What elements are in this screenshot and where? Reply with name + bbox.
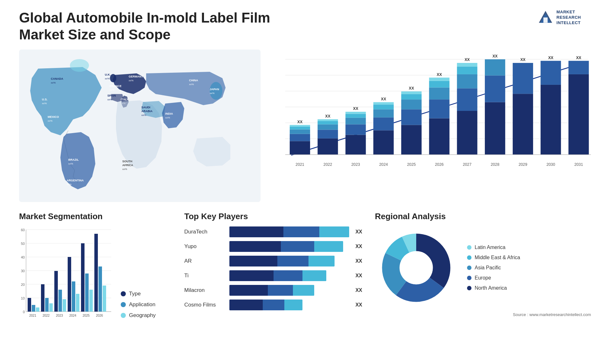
regional-legend-na: North America bbox=[467, 285, 520, 291]
player-row-cosmo: Cosmo Films XX bbox=[184, 300, 362, 310]
player-row-ti: Ti XX bbox=[184, 270, 362, 281]
svg-rect-66 bbox=[345, 111, 366, 114]
logo-text: MARKETRESEARCHINTELLECT bbox=[557, 10, 581, 26]
segmentation-chart-svg: 60 50 40 30 20 10 0 bbox=[19, 226, 114, 322]
svg-rect-98 bbox=[485, 75, 505, 102]
svg-rect-72 bbox=[373, 104, 394, 109]
svg-text:MEXICO: MEXICO bbox=[48, 115, 59, 118]
svg-text:2021: 2021 bbox=[295, 162, 304, 166]
svg-rect-51 bbox=[290, 127, 310, 129]
svg-text:40: 40 bbox=[21, 255, 25, 259]
player-val-yupo: XX bbox=[356, 244, 362, 249]
svg-text:2021: 2021 bbox=[29, 314, 37, 317]
svg-text:xx%: xx% bbox=[51, 81, 56, 84]
svg-rect-76 bbox=[401, 125, 422, 154]
svg-rect-80 bbox=[401, 91, 422, 94]
svg-rect-141 bbox=[63, 299, 66, 312]
player-bar-duratech bbox=[229, 226, 349, 237]
legend-dot-apac bbox=[467, 266, 471, 270]
svg-text:xx%: xx% bbox=[48, 119, 52, 122]
legend-item-application: Application bbox=[121, 301, 156, 308]
regional-legend: Latin America Middle East & Africa Asia … bbox=[467, 245, 520, 291]
seg-legend: Type Application Geography bbox=[121, 291, 156, 322]
svg-text:2028: 2028 bbox=[491, 162, 499, 166]
player-bar-ar bbox=[229, 256, 349, 266]
svg-rect-103 bbox=[513, 63, 533, 94]
svg-text:AFRICA: AFRICA bbox=[122, 164, 133, 167]
svg-text:10: 10 bbox=[21, 296, 25, 300]
svg-text:ARABIA: ARABIA bbox=[141, 110, 152, 113]
svg-rect-55 bbox=[318, 138, 338, 154]
svg-text:20: 20 bbox=[21, 283, 25, 286]
legend-dot-mea bbox=[467, 255, 471, 260]
svg-text:2031: 2031 bbox=[574, 162, 583, 166]
legend-dot-application bbox=[121, 302, 126, 307]
svg-rect-135 bbox=[41, 284, 44, 312]
svg-rect-131 bbox=[28, 298, 31, 312]
svg-text:XX: XX bbox=[297, 119, 303, 124]
svg-text:xx%: xx% bbox=[141, 114, 146, 117]
svg-rect-71 bbox=[373, 109, 394, 117]
svg-rect-59 bbox=[318, 119, 338, 121]
svg-text:XX: XX bbox=[381, 97, 386, 101]
svg-rect-57 bbox=[318, 124, 338, 130]
svg-rect-87 bbox=[429, 78, 450, 81]
svg-text:30: 30 bbox=[21, 269, 25, 273]
svg-rect-92 bbox=[457, 74, 477, 88]
svg-text:CANADA: CANADA bbox=[51, 77, 63, 80]
bottom-section: Market Segmentation 60 50 40 30 20 10 0 bbox=[19, 212, 591, 322]
legend-label-na: North America bbox=[475, 285, 507, 291]
svg-point-160 bbox=[400, 251, 433, 284]
svg-rect-48 bbox=[290, 141, 310, 154]
donut-chart bbox=[375, 226, 458, 309]
legend-item-geography: Geography bbox=[121, 312, 156, 319]
svg-text:xx%: xx% bbox=[67, 183, 71, 186]
svg-rect-97 bbox=[485, 102, 505, 154]
svg-rect-133 bbox=[36, 307, 39, 312]
svg-text:U.S.: U.S. bbox=[42, 98, 48, 101]
svg-rect-140 bbox=[58, 290, 62, 312]
svg-text:50: 50 bbox=[21, 242, 25, 246]
donut-svg bbox=[375, 226, 458, 309]
svg-text:xx%: xx% bbox=[210, 92, 214, 95]
svg-point-36 bbox=[210, 82, 222, 100]
svg-text:XX: XX bbox=[437, 72, 442, 77]
svg-text:2025: 2025 bbox=[407, 162, 416, 166]
segmentation-container: Market Segmentation 60 50 40 30 20 10 0 bbox=[19, 212, 172, 322]
svg-rect-149 bbox=[89, 290, 93, 312]
player-name-duratech: DuraTech bbox=[184, 229, 226, 235]
svg-text:ARGENTINA: ARGENTINA bbox=[67, 179, 84, 182]
svg-rect-90 bbox=[457, 111, 477, 155]
svg-text:0: 0 bbox=[23, 310, 25, 314]
svg-rect-78 bbox=[401, 99, 422, 109]
svg-text:GERMANY: GERMANY bbox=[129, 75, 143, 78]
svg-text:xx%: xx% bbox=[105, 77, 110, 80]
svg-rect-94 bbox=[457, 63, 477, 66]
svg-rect-153 bbox=[103, 286, 106, 312]
svg-rect-77 bbox=[401, 109, 422, 125]
player-val-duratech: XX bbox=[356, 229, 362, 235]
svg-text:JAPAN: JAPAN bbox=[210, 88, 219, 91]
segmentation-title: Market Segmentation bbox=[19, 212, 172, 221]
svg-rect-139 bbox=[54, 271, 58, 312]
svg-rect-63 bbox=[345, 124, 366, 135]
header: Global Automobile In-mold Label Film Mar… bbox=[19, 10, 591, 43]
svg-text:xx%: xx% bbox=[189, 83, 194, 86]
svg-point-4 bbox=[70, 59, 89, 72]
legend-label-application: Application bbox=[129, 301, 155, 308]
page-container: Global Automobile In-mold Label Film Mar… bbox=[0, 0, 610, 364]
legend-dot-na bbox=[467, 286, 471, 290]
player-bar-yupo bbox=[229, 241, 349, 252]
svg-text:xx%: xx% bbox=[165, 116, 170, 119]
legend-dot-latin bbox=[467, 245, 471, 250]
svg-rect-79 bbox=[401, 94, 422, 99]
svg-rect-99 bbox=[485, 59, 505, 75]
player-val-milacron: XX bbox=[356, 287, 362, 293]
player-val-ti: XX bbox=[356, 273, 362, 279]
player-bar-cosmo bbox=[229, 300, 349, 310]
svg-rect-148 bbox=[85, 273, 89, 312]
svg-text:U.K.: U.K. bbox=[105, 73, 111, 76]
players-container: Top Key Players DuraTech XX Yupo bbox=[184, 212, 362, 322]
svg-rect-84 bbox=[429, 99, 450, 118]
svg-rect-143 bbox=[68, 257, 71, 312]
